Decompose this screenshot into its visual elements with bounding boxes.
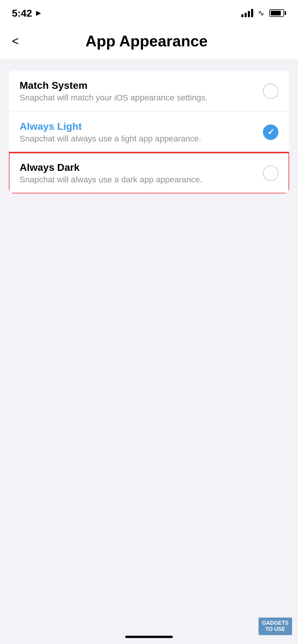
content-area: Match System Snapchat will match your iO…	[0, 59, 298, 205]
header: < App Appearance	[0, 26, 298, 59]
watermark-line2: TO USE	[262, 626, 289, 633]
battery-fill	[271, 11, 281, 15]
time-display: 5:42	[12, 7, 32, 19]
option-always-dark-desc: Snapchat will always use a dark app appe…	[20, 175, 257, 184]
wifi-icon: ∿	[258, 9, 264, 18]
location-icon: ►	[34, 8, 43, 18]
option-always-light-radio[interactable]: ✓	[263, 124, 278, 140]
signal-bar-3	[248, 11, 250, 17]
option-match-system-radio[interactable]	[263, 83, 278, 99]
back-button[interactable]: <	[12, 34, 19, 48]
option-always-light[interactable]: Always Light Snapchat will always use a …	[9, 112, 289, 153]
status-bar: 5:42 ► ∿	[0, 0, 298, 26]
page-title: App Appearance	[25, 32, 268, 50]
watermark: GADGETS TO USE	[259, 618, 292, 635]
signal-icon	[241, 9, 253, 17]
option-always-dark-radio[interactable]	[263, 165, 278, 181]
option-always-dark[interactable]: Always Dark Snapchat will always use a d…	[9, 153, 289, 193]
status-icons: ∿	[241, 9, 286, 18]
option-match-system[interactable]: Match System Snapchat will match your iO…	[9, 71, 289, 112]
signal-bar-2	[245, 13, 247, 17]
battery-body	[269, 9, 284, 17]
option-always-dark-text: Always Dark Snapchat will always use a d…	[20, 162, 263, 184]
option-match-system-desc: Snapchat will match your iOS appearance …	[20, 93, 257, 102]
options-card: Match System Snapchat will match your iO…	[9, 71, 289, 193]
signal-bar-1	[241, 14, 243, 17]
home-indicator	[125, 636, 173, 638]
status-time: 5:42 ►	[12, 7, 43, 19]
checkmark-icon: ✓	[267, 128, 274, 136]
watermark-line1: GADGETS	[262, 620, 289, 626]
option-always-dark-title: Always Dark	[20, 162, 257, 173]
option-match-system-text: Match System Snapchat will match your iO…	[20, 80, 263, 102]
battery-icon	[269, 9, 286, 17]
signal-bar-4	[251, 9, 253, 17]
battery-tip	[285, 11, 286, 15]
option-always-light-title: Always Light	[20, 121, 257, 132]
option-match-system-title: Match System	[20, 80, 257, 91]
option-always-light-desc: Snapchat will always use a light app app…	[20, 134, 257, 143]
option-always-light-text: Always Light Snapchat will always use a …	[20, 121, 263, 143]
